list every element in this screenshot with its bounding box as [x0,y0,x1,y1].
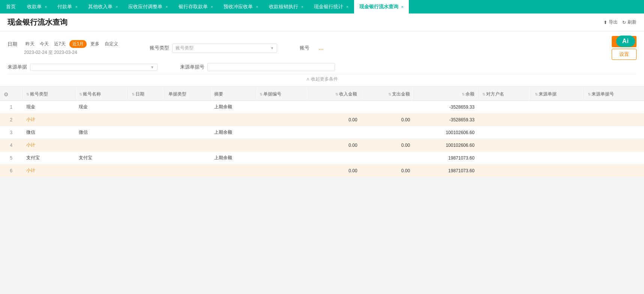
td-balance: -3528659.33 [414,101,478,113]
date-btn-custom[interactable]: 自定义 [103,40,120,48]
nav-close-8[interactable]: × [401,0,404,13]
th-income[interactable]: ⇅收入金额 [308,88,361,101]
date-btn-7days[interactable]: 近7天 [53,40,67,48]
td-expense: 0.00 [361,113,414,126]
td-expense: 0.00 [361,164,414,177]
nav-close-7[interactable]: × [346,0,348,13]
td-summary [210,113,256,126]
td-date [128,152,164,164]
th-date[interactable]: ⇅日期 [128,88,164,101]
nav-label-1: 付款单 [57,0,72,13]
nav-home[interactable]: 首页 [0,0,22,13]
td-account-name: 支付宝 [75,152,128,164]
nav-item-6[interactable]: 收款核销执行 × [264,0,309,13]
nav-item-0[interactable]: 收款单 × [22,0,52,13]
date-btn-1month[interactable]: 近1月 [69,40,87,48]
nav-item-5[interactable]: 预收冲应收单 × [218,0,263,13]
td-source-doc [531,101,584,113]
settings-button[interactable]: 设置 [612,49,636,60]
nav-item-8[interactable]: 现金银行流水查询 × [354,0,409,13]
date-btn-more[interactable]: 更多 [89,40,101,48]
source-doc-no-label: 来源单据号 [180,64,204,70]
refresh-button[interactable]: ↻ 刷新 [622,19,636,25]
th-source-doc[interactable]: ⇅来源单据 [531,88,584,101]
table-header-row: ⚙ ⇅账号类型 ⇅账号名称 ⇅日期 单据类型 摘要 ⇅单据编号 ⇅收入金额 ⇅支… [0,88,644,101]
table-row: 3微信微信上期余额100102606.60 [0,126,644,139]
nav-close-1[interactable]: × [75,0,77,13]
filter-area: 日期 昨天 今天 近7天 近1月 更多 自定义 2023-02-24 至 202… [0,31,644,87]
nav-item-1[interactable]: 付款单 × [52,0,83,13]
ai-badge[interactable]: Ai [616,36,635,47]
th-balance-label: 余额 [465,91,474,97]
account-type-chevron: ▼ [270,46,274,50]
nav-item-2[interactable]: 其他收入单 × [83,0,123,13]
nav-label-8: 现金银行流水查询 [359,0,398,13]
nav-label-3: 应收应付调整单 [128,0,162,13]
td-doc-no [256,139,308,152]
nav-close-5[interactable]: × [256,0,258,13]
nav-close-3[interactable]: × [165,0,168,13]
td-doc-type [164,113,210,126]
source-doc-no-input[interactable] [207,63,335,71]
table-row: 4小计0.000.00100102606.60 [0,139,644,152]
td-balance: 100102606.60 [414,139,478,152]
nav-item-3[interactable]: 应收应付调整单 × [123,0,173,13]
nav-close-4[interactable]: × [211,0,213,13]
td-summary: 上期余额 [210,152,256,164]
nav-label-7: 现金银行统计 [314,0,343,13]
sort-icon-income: ⇅ [335,92,338,96]
refresh-label: 刷新 [627,19,636,25]
sort-icon-expense: ⇅ [388,92,391,96]
th-date-label: 日期 [135,91,144,97]
date-btn-yesterday[interactable]: 昨天 [24,40,36,48]
th-account-type-label: 账号类型 [30,91,48,97]
td-index: 1 [0,101,23,113]
sort-icon-source-doc: ⇅ [535,92,538,96]
nav-close-6[interactable]: × [301,0,303,13]
th-expense[interactable]: ⇅支出金额 [361,88,414,101]
td-balance: 19871073.60 [414,164,478,177]
th-source-doc-no[interactable]: ⇅来源单据号 [584,88,644,101]
source-doc-select[interactable]: ▼ [30,64,158,71]
data-table: ⚙ ⇅账号类型 ⇅账号名称 ⇅日期 单据类型 摘要 ⇅单据编号 ⇅收入金额 ⇅支… [0,88,644,177]
table-body: 1现金现金上期余额-3528659.332小计0.000.00-3528659.… [0,101,644,177]
th-summary[interactable]: 摘要 [210,88,256,101]
nav-item-4[interactable]: 银行存取款单 × [173,0,218,13]
td-account-name: 微信 [75,126,128,139]
account-dots-button[interactable]: ... [316,45,326,51]
th-source-doc-no-label: 来源单据号 [591,91,614,97]
td-index: 3 [0,126,23,139]
td-index: 2 [0,113,23,126]
td-balance: 100102606.60 [414,126,478,139]
collapse-bar[interactable]: ∧ 收起更多条件 [8,74,636,83]
export-button[interactable]: ⬆ 导出 [603,19,618,25]
td-income: 0.00 [308,164,361,177]
th-account-type[interactable]: ⇅账号类型 [23,88,75,101]
table-row: 6小计0.000.0019871073.60 [0,164,644,177]
nav-close-0[interactable]: × [45,0,47,13]
td-counterparty [478,164,531,177]
th-account-name-label: 账号名称 [83,91,101,97]
collapse-icon: ∧ [306,76,311,82]
date-btn-today[interactable]: 今天 [38,40,50,48]
account-type-label: 账号类型 [150,45,169,51]
td-income: 0.00 [308,139,361,152]
td-account-name: 现金 [75,101,128,113]
td-doc-type [164,126,210,139]
th-doc-type[interactable]: 单据类型 [164,88,210,101]
date-label: 日期 [8,41,21,48]
th-doc-no[interactable]: ⇅单据编号 [256,88,308,101]
source-doc-no-field[interactable] [211,64,332,70]
date-shortcuts: 昨天 今天 近7天 近1月 更多 自定义 [24,40,120,48]
th-gear[interactable]: ⚙ [0,88,23,101]
nav-item-7[interactable]: 现金银行统计 × [309,0,354,13]
th-account-name[interactable]: ⇅账号名称 [75,88,128,101]
account-type-select[interactable]: 账号类型 ▼ [172,43,277,53]
td-summary: 上期余额 [210,126,256,139]
nav-close-2[interactable]: × [116,0,118,13]
th-balance[interactable]: ⇅余额 [414,88,478,101]
top-nav: 首页 收款单 × 付款单 × 其他收入单 × 应收应付调整单 × 银行存取款单 … [0,0,644,13]
th-counterparty[interactable]: ⇅对方户名 [478,88,531,101]
th-counterparty-label: 对方户名 [486,91,504,97]
sort-icon-account-type: ⇅ [26,92,29,96]
